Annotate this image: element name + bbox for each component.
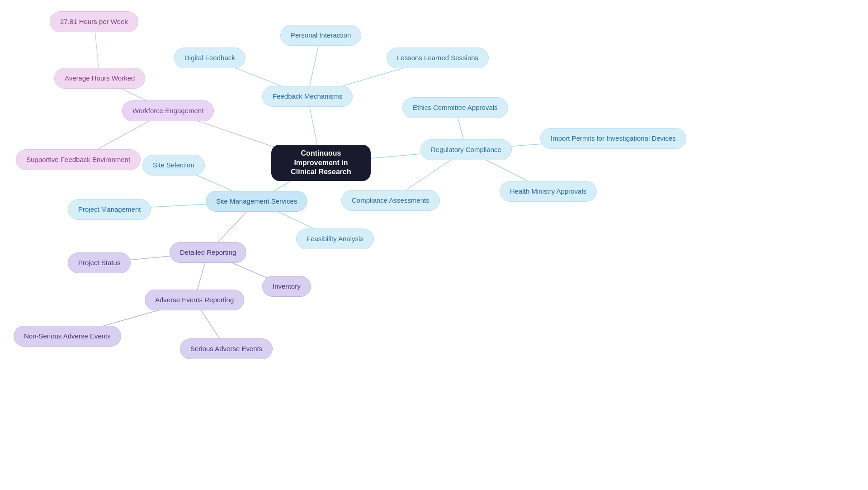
node-inventory[interactable]: Inventory xyxy=(262,276,311,297)
node-site-selection[interactable]: Site Selection xyxy=(142,155,205,176)
mind-map: Continuous Improvement in Clinical Resea… xyxy=(0,0,868,490)
node-feedback-mechanisms[interactable]: Feedback Mechanisms xyxy=(262,86,353,107)
node-project-status[interactable]: Project Status xyxy=(68,252,131,273)
node-average-hours[interactable]: Average Hours Worked xyxy=(54,68,145,89)
node-adverse-events[interactable]: Adverse Events Reporting xyxy=(145,290,244,310)
node-regulatory-compliance[interactable]: Regulatory Compliance xyxy=(420,139,512,160)
node-lessons-learned[interactable]: Lessons Learned Sessions xyxy=(387,48,489,68)
node-hours-per-week[interactable]: 27.81 Hours per Week xyxy=(50,11,138,32)
node-workforce-engagement[interactable]: Workforce Engagement xyxy=(122,100,214,121)
node-site-management[interactable]: Site Management Services xyxy=(206,191,307,212)
node-personal-interaction[interactable]: Personal Interaction xyxy=(280,25,361,46)
node-serious-adverse[interactable]: Serious Adverse Events xyxy=(180,338,273,359)
node-ethics-committee[interactable]: Ethics Committee Approvals xyxy=(402,97,508,118)
node-health-ministry[interactable]: Health Ministry Approvals xyxy=(500,181,597,202)
node-import-permits[interactable]: Import Permits for Investigational Devic… xyxy=(540,128,686,149)
node-digital-feedback[interactable]: Digital Feedback xyxy=(174,48,245,68)
node-project-management[interactable]: Project Management xyxy=(68,199,151,220)
node-feasibility-analysis[interactable]: Feasibility Analysis xyxy=(296,228,374,249)
node-center[interactable]: Continuous Improvement in Clinical Resea… xyxy=(271,145,371,181)
node-supportive-feedback[interactable]: Supportive Feedback Environment xyxy=(16,149,141,170)
node-detailed-reporting[interactable]: Detailed Reporting xyxy=(170,242,246,263)
node-compliance-assessments[interactable]: Compliance Assessments xyxy=(341,190,440,211)
node-non-serious[interactable]: Non-Serious Adverse Events xyxy=(14,326,121,347)
